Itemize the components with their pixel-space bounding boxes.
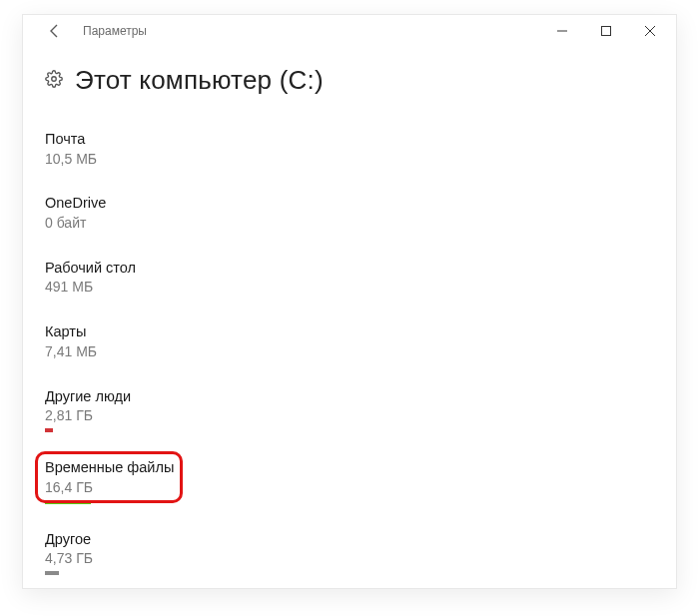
usage-bar xyxy=(45,500,91,504)
storage-category[interactable]: Временные файлы16,4 ГБ xyxy=(45,458,225,503)
category-name: Карты xyxy=(45,322,225,342)
page-heading: Этот компьютер (C:) xyxy=(45,65,676,96)
category-name: OneDrive xyxy=(45,194,225,214)
category-size: 10,5 МБ xyxy=(45,150,225,169)
category-name: Рабочий стол xyxy=(45,259,225,279)
category-size: 2,81 ГБ xyxy=(45,406,225,425)
settings-window: Параметры Этот компьютер (C:) Почта10,5 xyxy=(22,14,677,589)
close-button[interactable] xyxy=(628,15,672,47)
titlebar: Параметры xyxy=(23,15,676,47)
category-size: 16,4 ГБ xyxy=(45,478,225,497)
storage-category[interactable]: Другие люди2,81 ГБ xyxy=(45,387,225,432)
category-name: Почта xyxy=(45,130,225,150)
maximize-icon xyxy=(601,26,611,36)
svg-rect-1 xyxy=(602,27,611,36)
gear-icon xyxy=(45,70,63,92)
usage-bar xyxy=(45,428,53,432)
storage-category[interactable]: Почта10,5 МБ xyxy=(45,130,225,168)
maximize-button[interactable] xyxy=(584,15,628,47)
minimize-icon xyxy=(557,26,567,36)
svg-point-4 xyxy=(52,76,57,81)
window-controls xyxy=(540,15,672,47)
category-size: 7,41 МБ xyxy=(45,342,225,361)
category-name: Другое xyxy=(45,530,225,550)
category-size: 491 МБ xyxy=(45,278,225,297)
back-button[interactable] xyxy=(39,15,71,47)
category-size: 4,73 ГБ xyxy=(45,549,225,568)
page-title: Этот компьютер (C:) xyxy=(75,65,324,96)
category-name: Временные файлы xyxy=(45,458,225,478)
category-name: Другие люди xyxy=(45,387,225,407)
usage-bar xyxy=(45,571,59,575)
storage-categories-list: Почта10,5 МБOneDrive0 байтРабочий стол49… xyxy=(45,130,676,575)
storage-category[interactable]: Карты7,41 МБ xyxy=(45,322,225,360)
category-size: 0 байт xyxy=(45,214,225,233)
content-area: Этот компьютер (C:) Почта10,5 МБOneDrive… xyxy=(23,47,676,575)
arrow-left-icon xyxy=(47,23,63,39)
minimize-button[interactable] xyxy=(540,15,584,47)
window-title: Параметры xyxy=(83,24,147,38)
storage-category[interactable]: OneDrive0 байт xyxy=(45,194,225,232)
close-icon xyxy=(645,26,655,36)
storage-category[interactable]: Другое4,73 ГБ xyxy=(45,530,225,575)
storage-category[interactable]: Рабочий стол491 МБ xyxy=(45,259,225,297)
